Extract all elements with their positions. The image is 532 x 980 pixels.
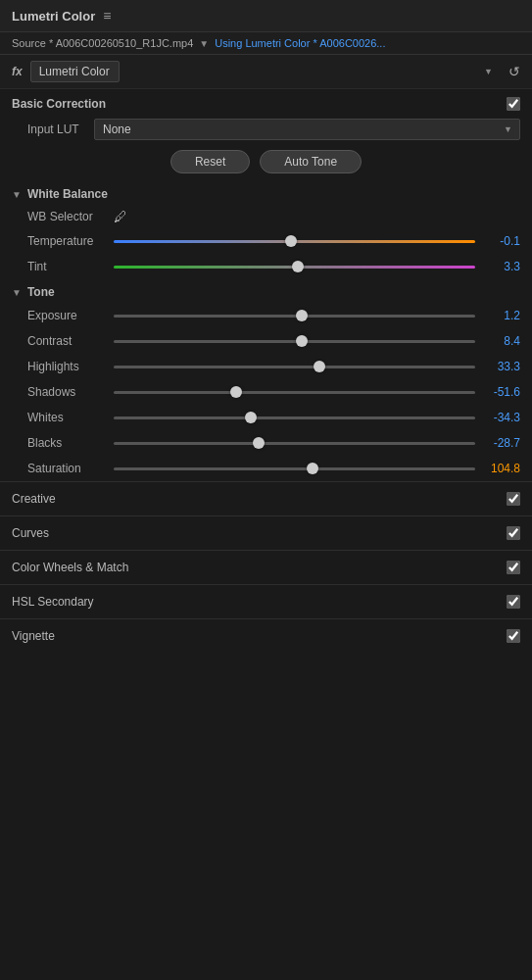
section-vignette: Vignette bbox=[0, 618, 532, 653]
wb-selector-label: WB Selector bbox=[27, 210, 106, 223]
temperature-thumb[interactable] bbox=[285, 235, 297, 247]
temperature-slider-row: Temperature -0.1 bbox=[12, 228, 520, 254]
highlights-value: 33.3 bbox=[483, 360, 520, 373]
highlights-thumb[interactable] bbox=[314, 361, 325, 372]
section-checkbox-color-wheels-&-match[interactable] bbox=[507, 561, 520, 574]
white-balance-header[interactable]: ▼ White Balance bbox=[12, 181, 520, 205]
section-checkbox-hsl-secondary[interactable] bbox=[507, 595, 520, 609]
menu-icon[interactable]: ≡ bbox=[103, 8, 111, 24]
exposure-track bbox=[114, 315, 475, 318]
lut-select[interactable]: None bbox=[94, 119, 520, 140]
section-title-color-wheels-&-match: Color Wheels & Match bbox=[12, 561, 128, 574]
whites-slider-track-wrapper[interactable] bbox=[114, 410, 475, 425]
source-link[interactable]: Using Lumetri Color * A006C0026... bbox=[215, 37, 385, 49]
saturation-slider-row: Saturation 104.8 bbox=[12, 456, 520, 481]
section-creative: Creative bbox=[0, 481, 532, 515]
highlights-slider-row: Highlights 33.3 bbox=[12, 354, 520, 379]
exposure-slider-row: Exposure 1.2 bbox=[12, 303, 520, 328]
tint-track bbox=[114, 266, 475, 269]
exposure-thumb[interactable] bbox=[296, 310, 308, 321]
tint-value: 3.3 bbox=[483, 260, 520, 273]
section-header-color-wheels-&-match[interactable]: Color Wheels & Match bbox=[12, 551, 520, 584]
temperature-slider-track-wrapper[interactable] bbox=[114, 233, 475, 249]
whites-label: Whites bbox=[27, 411, 106, 424]
reset-button[interactable]: Reset bbox=[170, 150, 250, 173]
temperature-track bbox=[114, 240, 475, 243]
tint-thumb[interactable] bbox=[292, 261, 304, 272]
tint-slider-track-wrapper[interactable] bbox=[114, 259, 475, 274]
shadows-slider-track-wrapper[interactable] bbox=[114, 384, 475, 400]
tone-header[interactable]: ▼ Tone bbox=[12, 279, 520, 303]
shadows-value: -51.6 bbox=[483, 385, 520, 399]
input-lut-label: Input LUT bbox=[27, 122, 86, 136]
shadows-thumb[interactable] bbox=[230, 386, 242, 398]
section-color-wheels-&-match: Color Wheels & Match bbox=[0, 550, 532, 584]
section-title-curves: Curves bbox=[12, 526, 49, 540]
reset-effect-icon[interactable]: ↺ bbox=[508, 64, 520, 79]
tone-sliders: Exposure 1.2 Contrast 8.4 Highlights 33.… bbox=[12, 303, 520, 481]
tone-collapse-icon: ▼ bbox=[12, 287, 22, 298]
highlights-label: Highlights bbox=[27, 360, 106, 373]
blacks-track bbox=[114, 442, 475, 445]
blacks-label: Blacks bbox=[27, 436, 106, 450]
contrast-label: Contrast bbox=[27, 334, 106, 348]
source-bar: Source * A006C00260510_R1JC.mp4 ▼ Using … bbox=[0, 32, 532, 55]
input-lut-row: Input LUT None bbox=[12, 115, 520, 144]
eyedropper-icon[interactable]: 🖊 bbox=[114, 209, 127, 224]
contrast-slider-track-wrapper[interactable] bbox=[114, 333, 475, 349]
tint-label: Tint bbox=[27, 260, 106, 273]
highlights-slider-track-wrapper[interactable] bbox=[114, 359, 475, 374]
whites-slider-row: Whites -34.3 bbox=[12, 405, 520, 430]
basic-correction-section: Basic Correction Input LUT None Reset Au… bbox=[0, 89, 532, 481]
section-title-hsl-secondary: HSL Secondary bbox=[12, 595, 94, 609]
white-balance-collapse-icon: ▼ bbox=[12, 189, 22, 200]
blacks-value: -28.7 bbox=[483, 436, 520, 450]
section-hsl-secondary: HSL Secondary bbox=[0, 584, 532, 618]
section-curves: Curves bbox=[0, 515, 532, 550]
saturation-value: 104.8 bbox=[483, 462, 520, 475]
auto-tone-button[interactable]: Auto Tone bbox=[260, 150, 362, 173]
section-checkbox-creative[interactable] bbox=[507, 492, 520, 506]
whites-thumb[interactable] bbox=[245, 412, 257, 423]
whites-value: -34.3 bbox=[483, 411, 520, 424]
contrast-track bbox=[114, 340, 475, 343]
section-checkbox-vignette[interactable] bbox=[507, 629, 520, 643]
blacks-slider-row: Blacks -28.7 bbox=[12, 430, 520, 456]
exposure-label: Exposure bbox=[27, 309, 106, 322]
exposure-slider-track-wrapper[interactable] bbox=[114, 308, 475, 323]
section-checkbox-curves[interactable] bbox=[507, 526, 520, 540]
panel-header: Lumetri Color ≡ bbox=[0, 0, 532, 32]
tone-title: Tone bbox=[27, 285, 55, 299]
contrast-thumb[interactable] bbox=[296, 335, 308, 347]
source-text: Source * A006C00260510_R1JC.mp4 bbox=[12, 37, 193, 49]
temperature-value: -0.1 bbox=[483, 234, 520, 248]
saturation-thumb[interactable] bbox=[307, 463, 318, 474]
source-dropdown-icon[interactable]: ▼ bbox=[199, 38, 209, 49]
saturation-slider-track-wrapper[interactable] bbox=[114, 461, 475, 476]
fx-badge: fx bbox=[12, 65, 23, 78]
section-header-hsl-secondary[interactable]: HSL Secondary bbox=[12, 585, 520, 618]
contrast-slider-row: Contrast 8.4 bbox=[12, 328, 520, 354]
section-title-vignette: Vignette bbox=[12, 629, 55, 643]
temperature-label: Temperature bbox=[27, 234, 106, 248]
tint-slider-row: Tint 3.3 bbox=[12, 254, 520, 279]
section-header-vignette[interactable]: Vignette bbox=[12, 619, 520, 653]
exposure-value: 1.2 bbox=[483, 309, 520, 322]
basic-correction-header: Basic Correction bbox=[12, 89, 520, 115]
basic-correction-checkbox[interactable] bbox=[507, 97, 520, 111]
basic-correction-title: Basic Correction bbox=[12, 97, 106, 111]
section-header-creative[interactable]: Creative bbox=[12, 482, 520, 515]
lut-select-wrapper: None bbox=[94, 119, 520, 140]
effect-select[interactable]: Lumetri Color bbox=[30, 61, 120, 82]
blacks-thumb[interactable] bbox=[253, 437, 265, 449]
highlights-track bbox=[114, 366, 475, 368]
shadows-label: Shadows bbox=[27, 385, 106, 399]
section-title-creative: Creative bbox=[12, 492, 56, 506]
blacks-slider-track-wrapper[interactable] bbox=[114, 435, 475, 451]
effect-select-wrapper: Lumetri Color bbox=[30, 61, 501, 82]
whites-track bbox=[114, 416, 475, 419]
shadows-slider-row: Shadows -51.6 bbox=[12, 379, 520, 405]
panel-title: Lumetri Color bbox=[12, 9, 95, 24]
saturation-track bbox=[114, 467, 475, 470]
section-header-curves[interactable]: Curves bbox=[12, 516, 520, 550]
